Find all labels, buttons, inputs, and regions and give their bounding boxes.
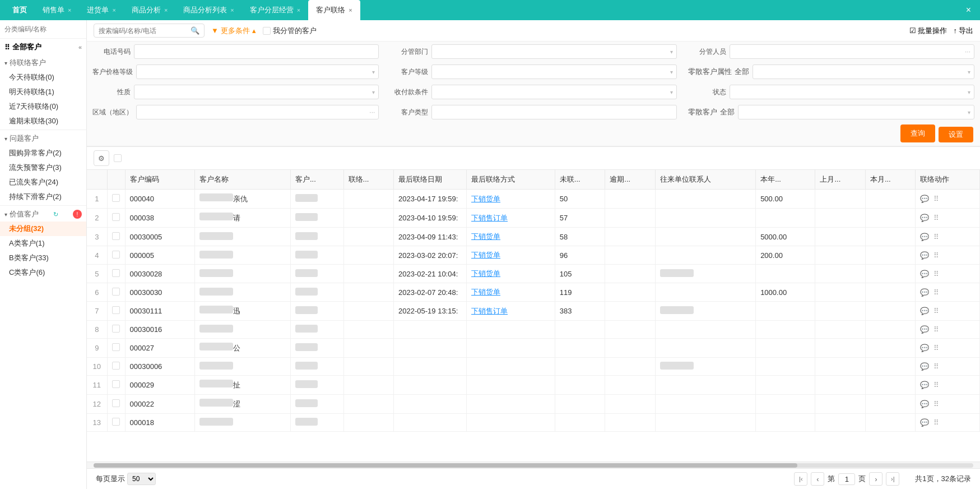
cell-checkbox[interactable] xyxy=(107,228,125,246)
my-customers-check[interactable] xyxy=(263,27,271,35)
filter-customer-type-select[interactable] xyxy=(431,105,676,119)
sidebar-item-hoarding-anomaly[interactable]: 囤购异常客户(2) xyxy=(0,146,86,160)
chat-action-icon[interactable]: 💬 xyxy=(920,344,929,352)
chat-action-icon[interactable]: 💬 xyxy=(920,251,929,260)
current-page-input[interactable]: 1 xyxy=(838,473,855,485)
filter-retail-customer-select[interactable]: ▾ xyxy=(738,105,974,119)
tab-customer-tier[interactable]: 客户分层经营 × xyxy=(242,0,308,20)
sidebar-item-class-b[interactable]: B类客户(33) xyxy=(0,251,86,265)
horizontal-scrollbar-area[interactable] xyxy=(87,462,980,468)
close-product-analysis-list-tab[interactable]: × xyxy=(230,7,234,13)
filter-manager-input[interactable]: ··· xyxy=(730,44,974,59)
sidebar-group-problem[interactable]: ▾ 问题客户 xyxy=(0,131,86,146)
cell-checkbox[interactable] xyxy=(107,414,125,432)
horizontal-scrollbar-thumb[interactable] xyxy=(94,463,797,468)
cell-checkbox[interactable] xyxy=(107,376,125,395)
tab-customer-contact[interactable]: 客户联络 × xyxy=(308,0,360,20)
filter-phone-input[interactable] xyxy=(134,44,379,59)
chat-action-icon[interactable]: 💬 xyxy=(920,214,929,222)
search-icon[interactable]: 🔍 xyxy=(191,26,199,35)
filter-customer-level-select[interactable]: ▾ xyxy=(431,64,676,79)
export-btn[interactable]: ↑ 导出 xyxy=(954,26,974,36)
close-product-analysis-tab[interactable]: × xyxy=(164,7,168,13)
sidebar-item-class-a[interactable]: A类客户(1) xyxy=(0,236,86,251)
chat-action-icon[interactable]: 💬 xyxy=(920,307,929,315)
close-sales-tab[interactable]: × xyxy=(68,7,71,13)
reset-button[interactable]: 设置 xyxy=(939,127,973,142)
per-page-select[interactable]: 50 20 100 xyxy=(127,473,156,485)
query-button[interactable]: 查询 xyxy=(900,124,935,142)
cell-checkbox[interactable] xyxy=(107,190,125,209)
sidebar-search-input[interactable] xyxy=(4,25,87,33)
tab-product-analysis-list[interactable]: 商品分析列表 × xyxy=(175,0,241,20)
grid-action-icon[interactable]: ⠿ xyxy=(933,270,939,278)
table-container[interactable]: 客户编码 客户名称 客户... 联络... 最后联络日期 xyxy=(87,170,980,462)
sidebar-item-lost[interactable]: 已流失客户(24) xyxy=(0,175,86,190)
cell-checkbox[interactable] xyxy=(107,339,125,358)
grid-action-icon[interactable]: ⠿ xyxy=(933,195,939,203)
tab-product-analysis[interactable]: 商品分析 × xyxy=(124,0,175,20)
sidebar-item-churn-warning[interactable]: 流失预警客户(3) xyxy=(0,160,86,175)
grid-action-icon[interactable]: ⠿ xyxy=(933,344,939,352)
filter-pay-terms-select[interactable]: ▾ xyxy=(431,85,676,99)
sidebar-group-pending[interactable]: ▾ 待联络客户 xyxy=(0,56,86,70)
filter-status-select[interactable]: ▾ xyxy=(730,85,974,99)
sidebar-item-declining[interactable]: 持续下滑客户(2) xyxy=(0,190,86,204)
cell-checkbox[interactable] xyxy=(107,358,125,376)
sidebar-item-today-pending[interactable]: 今天待联络(0) xyxy=(0,70,86,85)
more-conditions-btn[interactable]: ▼ 更多条件 ▴ xyxy=(211,26,256,36)
next-page-btn[interactable]: › xyxy=(869,472,883,486)
cell-checkbox[interactable] xyxy=(107,283,125,302)
grid-action-icon[interactable]: ⠿ xyxy=(933,233,939,241)
chat-action-icon[interactable]: 💬 xyxy=(920,325,929,334)
first-page-btn[interactable]: |‹ xyxy=(794,472,807,486)
cell-checkbox[interactable] xyxy=(107,395,125,414)
grid-action-icon[interactable]: ⠿ xyxy=(933,307,939,315)
my-customers-checkbox[interactable]: 我分管的客户 xyxy=(263,26,317,36)
chat-action-icon[interactable]: 💬 xyxy=(920,270,929,278)
filter-price-level-select[interactable]: ▾ xyxy=(136,64,379,79)
grid-action-icon[interactable]: ⠿ xyxy=(933,381,939,389)
grid-action-icon[interactable]: ⠿ xyxy=(933,214,939,222)
chat-action-icon[interactable]: 💬 xyxy=(920,288,929,297)
cell-checkbox[interactable] xyxy=(107,246,125,265)
chat-action-icon[interactable]: 💬 xyxy=(920,400,929,408)
manager-dots-icon[interactable]: ··· xyxy=(965,48,970,56)
chat-action-icon[interactable]: 💬 xyxy=(920,195,929,203)
cell-checkbox[interactable] xyxy=(107,265,125,283)
chat-action-icon[interactable]: 💬 xyxy=(920,418,929,427)
last-page-btn[interactable]: ›| xyxy=(886,472,899,486)
chat-action-icon[interactable]: 💬 xyxy=(920,362,929,371)
tab-purchase[interactable]: 进货单 × xyxy=(79,0,123,20)
grid-action-icon[interactable]: ⠿ xyxy=(933,418,939,427)
filter-region-input[interactable]: ··· xyxy=(136,105,379,119)
prev-page-btn[interactable]: ‹ xyxy=(811,472,824,486)
refresh-value-group-icon[interactable]: ↻ xyxy=(53,211,58,218)
table-select-all-checkbox[interactable] xyxy=(114,154,122,162)
grid-action-icon[interactable]: ⠿ xyxy=(933,400,939,408)
region-dots-icon[interactable]: ··· xyxy=(369,108,375,116)
sidebar-item-7days-pending[interactable]: 近7天待联络(0) xyxy=(0,99,86,114)
collapse-icon[interactable]: « xyxy=(78,44,82,50)
cell-checkbox[interactable] xyxy=(107,321,125,339)
table-settings-btn[interactable]: ⚙ xyxy=(94,150,109,166)
grid-action-icon[interactable]: ⠿ xyxy=(933,251,939,260)
filter-dept-select[interactable]: ▾ xyxy=(431,44,676,59)
horizontal-scrollbar-track[interactable] xyxy=(94,463,973,468)
filter-retail-attr-select[interactable]: ▾ xyxy=(753,64,974,79)
close-customer-contact-tab[interactable]: × xyxy=(349,7,352,13)
tab-home[interactable]: 首页 xyxy=(4,0,35,20)
sidebar-group-value[interactable]: ▾ 价值客户 ↻ ! xyxy=(0,207,86,222)
chat-action-icon[interactable]: 💬 xyxy=(920,233,929,241)
tab-sales[interactable]: 销售单 × xyxy=(35,0,79,20)
chat-action-icon[interactable]: 💬 xyxy=(920,381,929,389)
search-input[interactable] xyxy=(99,27,188,35)
bulk-ops-btn[interactable]: ☑ 批量操作 xyxy=(909,26,947,36)
sidebar-item-tomorrow-pending[interactable]: 明天待联络(1) xyxy=(0,85,86,99)
close-customer-tier-tab[interactable]: × xyxy=(297,7,300,13)
window-close-button[interactable]: × xyxy=(962,5,976,15)
cell-checkbox[interactable] xyxy=(107,302,125,321)
filter-nature-select[interactable]: ▾ xyxy=(134,85,379,99)
sidebar-item-class-c[interactable]: C类客户(6) xyxy=(0,265,86,280)
grid-action-icon[interactable]: ⠿ xyxy=(933,288,939,297)
